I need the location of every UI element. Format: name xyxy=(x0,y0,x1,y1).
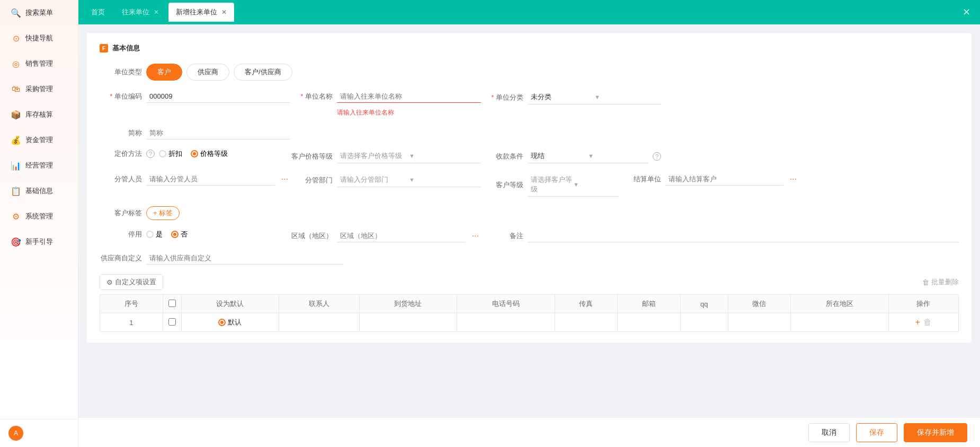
action-icons: + 🗑 xyxy=(894,318,953,327)
unit-category-select[interactable]: 未分类 ▼ xyxy=(528,90,661,104)
cell-qq xyxy=(680,313,728,332)
unit-btn-customer[interactable]: 客户 xyxy=(146,64,182,81)
col-email: 邮箱 xyxy=(618,295,681,313)
dept-select[interactable]: 请输入分管部门 ▼ xyxy=(337,173,481,187)
search-icon: 🔍 xyxy=(11,7,21,18)
region-more-icon[interactable]: ··· xyxy=(470,231,481,241)
unit-name-input[interactable] xyxy=(337,90,481,103)
unit-code-field: 单位编码 xyxy=(100,90,290,103)
disabled-label: 停用 xyxy=(100,230,142,239)
manager-input[interactable] xyxy=(146,173,275,186)
cell-wechat xyxy=(728,313,791,332)
window-close-icon[interactable]: ✕ xyxy=(958,6,975,18)
dept-label: 分管部门 xyxy=(290,176,333,185)
unit-btn-supplier[interactable]: 供应商 xyxy=(186,64,229,81)
sidebar-item-purchase[interactable]: 🛍 采购管理 xyxy=(0,76,78,102)
add-tag-button[interactable]: + 标签 xyxy=(146,206,180,220)
cell-contact xyxy=(279,313,360,332)
manager-more-icon[interactable]: ··· xyxy=(279,174,290,184)
tab-close-new-partner[interactable]: ✕ xyxy=(221,8,227,16)
payment-terms-help-icon[interactable]: ? xyxy=(653,152,661,161)
customer-level-select[interactable]: 请选择客户等级 ▼ xyxy=(528,173,619,197)
tab-new-partner[interactable]: 新增往来单位 ✕ xyxy=(168,3,234,22)
tab-close-partners[interactable]: ✕ xyxy=(154,8,159,16)
cell-phone xyxy=(457,313,555,332)
customer-level-field: 客户等级 请选择客户等级 ▼ xyxy=(481,173,619,197)
guide-icon: 🎯 xyxy=(11,236,21,247)
row-checkbox[interactable] xyxy=(168,318,176,326)
cancel-button[interactable]: 取消 xyxy=(808,423,850,442)
pricing-field: 定价方法 ? 折扣 价格等级 xyxy=(100,149,290,159)
home-icon: ⊙ xyxy=(11,33,21,43)
select-all-checkbox[interactable] xyxy=(168,300,176,307)
section-title: F 基本信息 xyxy=(100,43,959,53)
pricing-row: 定价方法 ? 折扣 价格等级 客户价格等级 xyxy=(100,149,959,163)
customer-level-label: 客户等级 xyxy=(481,180,523,190)
cell-email xyxy=(618,313,681,332)
sidebar-item-system[interactable]: ⚙ 系统管理 xyxy=(0,204,78,229)
settlement-more-icon[interactable]: ··· xyxy=(788,174,799,184)
pricing-help-icon[interactable]: ? xyxy=(146,150,155,158)
sidebar-item-sales[interactable]: ◎ 销售管理 xyxy=(0,51,78,76)
abbr-field: 简称 xyxy=(100,127,290,139)
batch-delete-button[interactable]: 🗑 批量删除 xyxy=(922,277,959,287)
settlement-field: 结算单位 ··· xyxy=(619,173,799,186)
sidebar-item-operation[interactable]: 📊 经营管理 xyxy=(0,153,78,178)
remark-label: 备注 xyxy=(481,231,523,241)
main-area: 首页 往来单位 ✕ 新增往来单位 ✕ ✕ F 基本信息 单位类型 xyxy=(78,0,980,447)
cell-checkbox xyxy=(163,313,181,332)
region-field: 区域（地区） ··· xyxy=(290,230,481,242)
region-input[interactable] xyxy=(337,230,466,242)
unit-code-input[interactable] xyxy=(146,90,290,103)
tab-home[interactable]: 首页 xyxy=(84,3,112,22)
pricing-radio-group: 折扣 价格等级 xyxy=(159,149,228,159)
chevron-down-icon: ▼ xyxy=(409,153,478,159)
sidebar-item-guide[interactable]: 🎯 新手引导 xyxy=(0,229,78,255)
chevron-down-icon: ▼ xyxy=(409,177,478,183)
sidebar-item-finance[interactable]: 💰 资金管理 xyxy=(0,127,78,153)
settlement-label: 结算单位 xyxy=(619,174,661,184)
manager-row: 分管人员 ··· 分管部门 请输入分管部门 ▼ 客户等级 请选择客户等级 ▼ xyxy=(100,173,959,197)
gear-icon: ⚙ xyxy=(106,278,113,286)
radio-yes[interactable]: 是 xyxy=(146,230,163,239)
sidebar-item-quick-nav[interactable]: ⊙ 快捷导航 xyxy=(0,25,78,51)
sidebar-item-basic[interactable]: 📋 基础信息 xyxy=(0,178,78,204)
save-add-button[interactable]: 保存并新增 xyxy=(904,423,967,442)
customer-tag-field: 客户标签 + 标签 xyxy=(100,206,959,220)
tabs-bar: 首页 往来单位 ✕ 新增往来单位 ✕ ✕ xyxy=(78,0,980,24)
tab-partners[interactable]: 往来单位 ✕ xyxy=(114,3,166,22)
payment-terms-select[interactable]: 现结 ▼ xyxy=(528,149,648,163)
customer-price-level-field: 客户价格等级 请选择客户价格等级 ▼ xyxy=(290,149,481,163)
supplier-custom-row: 供应商自定义 xyxy=(100,252,959,265)
delete-icon: 🗑 xyxy=(922,278,929,286)
sidebar-item-search[interactable]: 🔍 搜索菜单 xyxy=(0,0,78,25)
delete-row-icon[interactable]: 🗑 xyxy=(923,318,932,327)
sidebar-item-inventory[interactable]: 📦 库存核算 xyxy=(0,102,78,127)
footer-bar: 取消 保存 保存并新增 xyxy=(78,417,980,447)
unit-btn-both[interactable]: 客户/供应商 xyxy=(234,64,292,81)
table-row: 1 默认 xyxy=(100,313,959,332)
radio-discount[interactable]: 折扣 xyxy=(159,149,182,159)
disabled-radio-group: 是 否 xyxy=(146,230,188,239)
radio-no[interactable]: 否 xyxy=(171,230,188,239)
customer-tag-label: 客户标签 xyxy=(100,208,142,218)
unit-type-field: 单位类型 客户 供应商 客户/供应商 xyxy=(100,64,959,81)
default-radio[interactable]: 默认 xyxy=(187,318,273,327)
disabled-region-remark-row: 停用 是 否 区域（地区） ··· xyxy=(100,230,959,242)
save-button[interactable]: 保存 xyxy=(856,423,897,442)
section-icon: F xyxy=(100,44,108,52)
region-label: 区域（地区） xyxy=(290,231,333,241)
unit-type-group: 客户 供应商 客户/供应商 xyxy=(146,64,292,81)
cell-seq: 1 xyxy=(100,313,163,332)
unit-name-field: 单位名称 请输入往来单位名称 xyxy=(290,90,481,117)
settlement-input[interactable] xyxy=(665,173,783,186)
remark-input[interactable] xyxy=(528,230,959,242)
add-row-icon[interactable]: + xyxy=(915,318,920,327)
disabled-field: 停用 是 否 xyxy=(100,230,290,239)
customer-price-level-select[interactable]: 请选择客户价格等级 ▼ xyxy=(337,149,481,163)
payment-terms-field: 收款条件 现结 ▼ ? xyxy=(481,149,661,163)
abbr-input[interactable] xyxy=(146,127,290,139)
radio-price-level[interactable]: 价格等级 xyxy=(191,149,228,159)
custom-setting-button[interactable]: ⚙ 自定义项设置 xyxy=(100,274,163,290)
supplier-custom-input[interactable] xyxy=(146,252,343,265)
